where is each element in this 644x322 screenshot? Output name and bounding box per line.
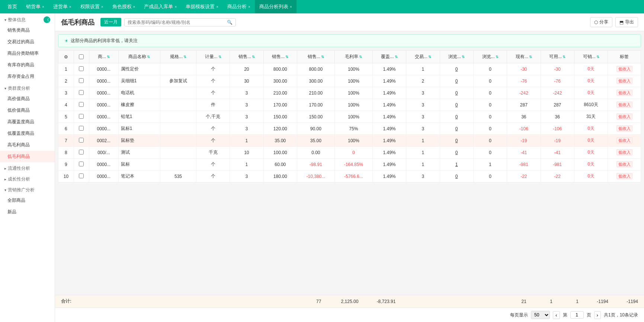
row-browse1[interactable]: 0 xyxy=(440,147,473,159)
row-checkbox[interactable] xyxy=(79,90,84,95)
row-browse1[interactable]: 0 xyxy=(440,87,473,99)
nav-home[interactable]: 首页 xyxy=(3,0,22,13)
nav-template-settings[interactable]: 单据模板设置 × xyxy=(181,0,223,13)
row-sales3: 0.00 xyxy=(297,147,334,159)
prev-page-button[interactable]: ‹ xyxy=(553,311,560,319)
th-sales1[interactable]: 销售... ⇅ xyxy=(230,51,263,63)
th-available[interactable]: 可用... ⇅ xyxy=(541,51,574,63)
next-page-button[interactable]: › xyxy=(594,311,601,319)
sidebar-group-marketing[interactable]: ▾ 营销推广分析 xyxy=(0,184,55,195)
sidebar-group-overall[interactable]: ▾ 整体信息 《 xyxy=(0,13,55,25)
nav-product-analysis-list[interactable]: 商品分析列表 × xyxy=(255,0,297,13)
th-sellable[interactable]: 可销... ⇅ xyxy=(574,51,608,63)
th-settings[interactable]: ⚙ xyxy=(58,51,74,63)
row-browse2: 0 xyxy=(473,87,507,99)
sidebar-item-low-margin[interactable]: 低毛利商品 xyxy=(0,151,55,162)
sidebar-group-growth[interactable]: ▸ 成长性分析 xyxy=(0,173,55,184)
sidebar-item-new-products[interactable]: 新品 xyxy=(0,206,55,218)
th-browse1[interactable]: 浏览... ⇅ xyxy=(440,51,473,63)
date-filter-button[interactable]: 近一月 xyxy=(100,18,121,26)
close-icon[interactable]: × xyxy=(290,5,292,9)
sidebar-item-high-value[interactable]: 高价值商品 xyxy=(0,93,55,105)
pagination-bar: 每页显示 50 100 200 ‹ 第 页 › 共1页，10条记录 xyxy=(55,307,644,322)
row-checkbox[interactable] xyxy=(79,114,84,119)
sidebar-item-low-value[interactable]: 低价值商品 xyxy=(0,105,55,116)
nav-product-analysis[interactable]: 商品分析 × xyxy=(223,0,255,13)
nav-product-inbound[interactable]: 产成品入库单 × xyxy=(140,0,181,13)
sidebar-item-inventory-capital[interactable]: 库存资金占用 xyxy=(0,71,55,82)
per-page-select[interactable]: 50 100 200 xyxy=(531,311,550,319)
nav-purchase-order[interactable]: 进货单 × xyxy=(49,0,76,13)
th-sales2[interactable]: 销售... ⇅ xyxy=(263,51,297,63)
th-coverage[interactable]: 覆盖... ⇅ xyxy=(372,51,406,63)
sidebar-group-circulation[interactable]: ▸ 流通性分析 xyxy=(0,162,55,173)
row-trades: 3 xyxy=(406,111,440,123)
th-code[interactable]: 商... ⇅ xyxy=(89,51,118,63)
close-icon[interactable]: × xyxy=(69,5,71,9)
th-spec[interactable]: 规格... ⇅ xyxy=(160,51,196,63)
row-browse1[interactable]: 0 xyxy=(440,63,473,75)
share-button[interactable]: ⬡ 分享 xyxy=(590,17,612,27)
row-checkbox[interactable] xyxy=(79,150,84,154)
row-checkbox[interactable] xyxy=(79,126,84,131)
row-checkbox[interactable] xyxy=(79,78,84,83)
products-table: ⚙ 商... ⇅ 商品名称 ⇅ 规格... ⇅ 计量... ⇅ 销售... ⇅ … xyxy=(58,50,641,182)
search-input[interactable] xyxy=(128,20,227,25)
row-checkbox[interactable] xyxy=(79,66,84,71)
th-browse2[interactable]: 浏览... ⇅ xyxy=(473,51,507,63)
select-all-checkbox[interactable] xyxy=(79,54,84,59)
row-browse1[interactable]: 0 xyxy=(440,123,473,135)
close-icon[interactable]: × xyxy=(174,5,177,9)
nav-sales-order[interactable]: 销货单 × xyxy=(22,0,49,13)
sidebar-item-stocked-products[interactable]: 有库存的商品 xyxy=(0,59,55,71)
row-gross-rate: -164.85% xyxy=(334,159,372,170)
sidebar-item-all-products[interactable]: 全部商品 xyxy=(0,195,55,206)
th-sales3[interactable]: 销售... ⇅ xyxy=(297,51,334,63)
page-input[interactable] xyxy=(570,311,584,319)
th-gross-rate[interactable]: 毛利率 ⇅ xyxy=(334,51,372,63)
row-checkbox[interactable] xyxy=(79,173,84,178)
row-checkbox[interactable] xyxy=(79,138,84,143)
sidebar-item-low-coverage[interactable]: 低覆盖度商品 xyxy=(0,128,55,139)
row-sales3: 210.00 xyxy=(297,87,334,99)
row-browse1[interactable]: 1 xyxy=(440,159,473,170)
nav-permissions[interactable]: 权限设置 × xyxy=(76,0,108,13)
th-trades[interactable]: 交易... ⇅ xyxy=(406,51,440,63)
search-icon[interactable]: 🔍 xyxy=(227,20,233,25)
row-sales1: 30 xyxy=(230,75,263,87)
row-tag: 低收入 xyxy=(608,75,641,87)
sidebar-item-high-coverage[interactable]: 高覆盖度商品 xyxy=(0,116,55,128)
close-icon[interactable]: × xyxy=(133,5,135,9)
row-current: -981 xyxy=(507,159,541,170)
row-browse1[interactable]: 0 xyxy=(440,111,473,123)
close-icon[interactable]: × xyxy=(248,5,250,9)
row-tag: 低收入 xyxy=(608,63,641,75)
sidebar-item-sales-products[interactable]: 销售类商品 xyxy=(0,25,55,36)
th-name[interactable]: 商品名称 ⇅ xyxy=(118,51,160,63)
row-checkbox[interactable] xyxy=(79,102,84,107)
footer-browse2: 1 xyxy=(560,299,579,304)
th-unit[interactable]: 计量... ⇅ xyxy=(196,51,230,63)
nav-role-auth[interactable]: 角色授权 × xyxy=(108,0,140,13)
sidebar-group-cluster[interactable]: ▾ 类群度分析 xyxy=(0,82,55,93)
sidebar-item-traded-products[interactable]: 交易过的商品 xyxy=(0,36,55,48)
close-icon[interactable]: × xyxy=(216,5,218,9)
close-icon[interactable]: × xyxy=(42,5,44,9)
row-coverage: 1.49% xyxy=(372,123,406,135)
row-browse1[interactable]: 0 xyxy=(440,75,473,87)
export-button[interactable]: ⬒ 导出 xyxy=(615,17,638,27)
sort-icon: ⇅ xyxy=(252,55,255,59)
row-browse1[interactable]: 0 xyxy=(440,99,473,111)
sidebar-item-high-margin[interactable]: 高毛利商品 xyxy=(0,139,55,151)
row-sales3: 300.00 xyxy=(297,75,334,87)
th-current[interactable]: 现有... ⇅ xyxy=(507,51,541,63)
row-browse1[interactable]: 0 xyxy=(440,135,473,147)
page-suffix: 页 xyxy=(587,312,591,318)
row-browse1[interactable]: 0 xyxy=(440,170,473,182)
collapse-sidebar-button[interactable]: 《 xyxy=(44,16,50,23)
sidebar-item-category-sales-rate[interactable]: 商品分类助销率 xyxy=(0,48,55,59)
row-checkbox[interactable] xyxy=(79,162,84,166)
table-footer: 合计: 77 2,125.00 -8,723.91 21 1 1 -1194 -… xyxy=(55,295,644,307)
row-code: 0002... xyxy=(89,135,118,147)
close-icon[interactable]: × xyxy=(101,5,103,9)
